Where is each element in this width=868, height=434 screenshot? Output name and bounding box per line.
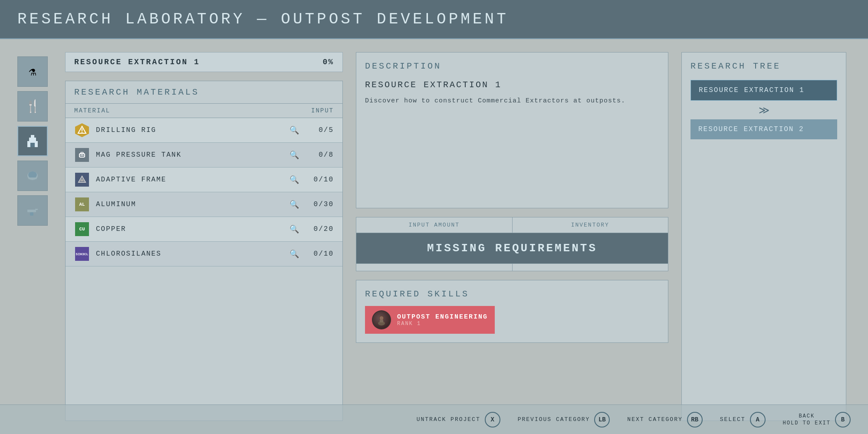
skill-rank: RANK 1 bbox=[397, 321, 488, 327]
description-text: Discover how to construct Commercial Ext… bbox=[365, 96, 659, 106]
description-title: RESOURCE EXTRACTION 1 bbox=[365, 80, 659, 90]
skill-text-outpost-engineering: OUTPOST ENGINEERING RANK 1 bbox=[397, 313, 488, 327]
progress-percent: 0% bbox=[322, 58, 334, 66]
inventory-col-label: INVENTORY bbox=[513, 217, 668, 233]
tree-node-extraction-2[interactable]: RESOURCE EXTRACTION 2 bbox=[690, 119, 837, 139]
badge-adaptive-frame bbox=[75, 173, 89, 187]
col-input-label: INPUT bbox=[311, 107, 334, 114]
badge-drilling-rig bbox=[75, 123, 89, 137]
search-icon-aluminum[interactable]: 🔍 bbox=[289, 200, 299, 209]
action-select: SELECT A bbox=[720, 412, 766, 427]
badge-aluminum: AL bbox=[75, 197, 89, 211]
table-row: DRILLING RIG 🔍 0/5 bbox=[66, 118, 342, 143]
svg-point-13 bbox=[82, 132, 82, 132]
table-header: MATERIAL INPUT bbox=[66, 104, 342, 118]
badge-mag-pressure bbox=[75, 148, 89, 162]
material-icon-adaptive-frame bbox=[74, 172, 90, 187]
material-icon-chlorosilanes: SIH3CL bbox=[74, 246, 90, 262]
action-untrack: UNTRACK PROJECT X bbox=[417, 412, 500, 427]
input-inv-values bbox=[356, 263, 668, 271]
materials-panel: RESEARCH MATERIALS MATERIAL INPUT DR bbox=[65, 81, 343, 421]
svg-rect-21 bbox=[380, 320, 383, 322]
header-bar: RESEARCH LABORATORY — OUTPOST DEVELOPMEN… bbox=[0, 0, 868, 39]
material-amount-drilling-rig: 0/5 bbox=[308, 126, 334, 134]
table-row: CU COPPER 🔍 0/20 bbox=[66, 217, 342, 242]
prev-category-button[interactable]: LB bbox=[594, 412, 610, 427]
skills-panel: REQUIRED SKILLS OUTPOST ENGINEERING RANK… bbox=[356, 280, 668, 343]
untrack-label: UNTRACK PROJECT bbox=[417, 416, 480, 423]
next-category-label: NEXT CATEGORY bbox=[627, 416, 682, 423]
search-icon-drilling-rig[interactable]: 🔍 bbox=[289, 125, 299, 135]
material-icon-copper: CU bbox=[74, 221, 90, 237]
svg-rect-2 bbox=[31, 135, 34, 138]
material-icon-drilling-rig bbox=[74, 122, 90, 138]
action-back: BACK HOLD TO EXIT B bbox=[783, 412, 851, 427]
material-icon-mag-pressure bbox=[74, 147, 90, 163]
sidebar-icon-helmet[interactable] bbox=[17, 161, 48, 191]
input-inv-header: INPUT AMOUNT INVENTORY bbox=[356, 217, 668, 233]
col-material-label: MATERIAL bbox=[74, 107, 110, 114]
search-icon-mag-pressure[interactable]: 🔍 bbox=[289, 150, 299, 160]
skill-name: OUTPOST ENGINEERING bbox=[397, 313, 488, 321]
material-name-copper: COPPER bbox=[96, 225, 289, 233]
left-sidebar: ⚗ 🍴 bbox=[17, 52, 52, 421]
badge-chlorosilanes: SIH3CL bbox=[75, 247, 89, 261]
svg-rect-7 bbox=[28, 178, 37, 179]
sidebar-icon-flask[interactable]: ⚗ bbox=[17, 56, 48, 87]
svg-rect-8 bbox=[27, 210, 36, 212]
sidebar-icon-gun[interactable] bbox=[17, 195, 48, 226]
input-amount-col-label: INPUT AMOUNT bbox=[356, 217, 513, 233]
progress-label: RESOURCE EXTRACTION 1 bbox=[74, 58, 200, 66]
missing-requirements-button[interactable]: MISSING REQUIREMENTS bbox=[356, 233, 668, 263]
inventory-val-col bbox=[513, 264, 668, 271]
material-name-aluminum: ALUMINUM bbox=[96, 201, 289, 208]
back-button[interactable]: B bbox=[835, 412, 851, 427]
tree-node-extraction-1[interactable]: RESOURCE EXTRACTION 1 bbox=[690, 80, 837, 101]
material-name-mag-pressure: MAG PRESSURE TANK bbox=[96, 151, 289, 159]
description-panel: DESCRIPTION RESOURCE EXTRACTION 1 Discov… bbox=[356, 52, 668, 208]
untrack-button[interactable]: X bbox=[485, 412, 500, 427]
material-amount-copper: 0/20 bbox=[308, 225, 334, 233]
back-label: BACK bbox=[799, 413, 815, 419]
svg-rect-10 bbox=[30, 212, 33, 216]
sidebar-icon-building[interactable] bbox=[17, 126, 48, 156]
back-action-labels: BACK HOLD TO EXIT bbox=[783, 413, 831, 426]
sidebar-icon-utensils[interactable]: 🍴 bbox=[17, 91, 48, 122]
table-row: AL ALUMINUM 🔍 0/30 bbox=[66, 192, 342, 217]
material-amount-mag-pressure: 0/8 bbox=[308, 151, 334, 159]
research-tree-header: RESEARCH TREE bbox=[690, 61, 837, 71]
hold-exit-label: HOLD TO EXIT bbox=[783, 420, 831, 426]
skill-badge-outpost-engineering[interactable]: OUTPOST ENGINEERING RANK 1 bbox=[365, 306, 495, 334]
svg-rect-3 bbox=[30, 143, 33, 147]
svg-point-6 bbox=[28, 171, 37, 178]
material-name-chlorosilanes: CHLOROSILANES bbox=[96, 250, 289, 258]
progress-row: RESOURCE EXTRACTION 1 0% bbox=[65, 52, 343, 72]
svg-rect-9 bbox=[35, 209, 38, 210]
input-val-col bbox=[356, 264, 513, 271]
right-section: DESCRIPTION RESOURCE EXTRACTION 1 Discov… bbox=[356, 52, 668, 421]
action-next-category: NEXT CATEGORY RB bbox=[627, 412, 702, 427]
skill-icon-inner bbox=[373, 311, 390, 329]
action-prev-category: PREVIOUS CATEGORY LB bbox=[518, 412, 610, 427]
research-tree-panel: RESEARCH TREE RESOURCE EXTRACTION 1 ≫ RE… bbox=[681, 52, 846, 421]
page-title: RESEARCH LABORATORY — OUTPOST DEVELOPMEN… bbox=[17, 10, 509, 28]
material-amount-adaptive-frame: 0/10 bbox=[308, 176, 334, 184]
input-inventory-section: INPUT AMOUNT INVENTORY MISSING REQUIREME… bbox=[356, 217, 668, 271]
next-category-button[interactable]: RB bbox=[687, 412, 703, 427]
table-row: ADAPTIVE FRAME 🔍 0/10 bbox=[66, 168, 342, 192]
skill-icon-outpost-engineering bbox=[372, 310, 391, 329]
material-icon-aluminum: AL bbox=[74, 197, 90, 212]
svg-point-19 bbox=[379, 316, 384, 320]
center-panel: RESOURCE EXTRACTION 1 0% RESEARCH MATERI… bbox=[65, 52, 343, 421]
search-icon-adaptive-frame[interactable]: 🔍 bbox=[289, 175, 299, 184]
search-icon-copper[interactable]: 🔍 bbox=[289, 224, 299, 234]
tree-arrow-icon: ≫ bbox=[690, 104, 837, 117]
search-icon-chlorosilanes[interactable]: 🔍 bbox=[289, 249, 299, 259]
material-amount-aluminum: 0/30 bbox=[308, 201, 334, 208]
table-row: MAG PRESSURE TANK 🔍 0/8 bbox=[66, 143, 342, 168]
materials-header: RESEARCH MATERIALS bbox=[66, 81, 342, 104]
main-content: ⚗ 🍴 bbox=[0, 39, 868, 434]
bottom-bar: UNTRACK PROJECT X PREVIOUS CATEGORY LB N… bbox=[0, 404, 868, 434]
description-panel-header: DESCRIPTION bbox=[365, 61, 659, 71]
select-button[interactable]: A bbox=[750, 412, 766, 427]
